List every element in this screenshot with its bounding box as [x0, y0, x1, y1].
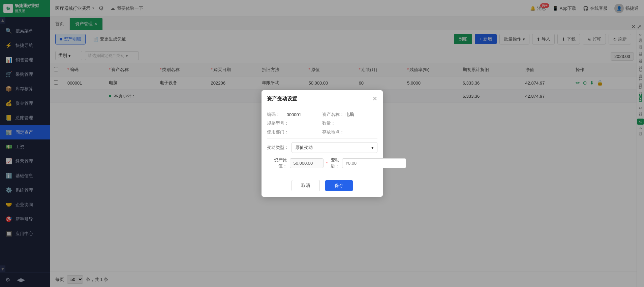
modal-close-icon[interactable]: ✕: [372, 95, 377, 102]
modal-name-value: 电脑: [345, 111, 354, 118]
save-button[interactable]: 保存: [325, 180, 353, 191]
original-value-display: 50,000.00: [290, 158, 324, 168]
modal-footer: 取消 保存: [262, 180, 383, 197]
modal-body: 编码： 000001 资产名称： 电脑 规格型号： 数量： 使用部门：: [262, 106, 383, 180]
modal-code-row: 编码： 000001: [267, 111, 322, 118]
change-type-label: 变动类型：: [267, 145, 289, 151]
after-change-label: 变动后：: [331, 157, 339, 169]
after-change-input[interactable]: [342, 158, 406, 168]
modal-info-grid: 编码： 000001 资产名称： 电脑 规格型号： 数量： 使用部门：: [267, 111, 377, 135]
change-type-row: 变动类型： 原值变动 ▾: [267, 142, 377, 153]
cancel-button[interactable]: 取消: [292, 180, 320, 191]
modal-name-row: 资产名称： 电脑: [322, 111, 377, 118]
modal-header: 资产变动设置 ✕: [262, 90, 383, 106]
change-type-select[interactable]: 原值变动 ▾: [292, 142, 377, 153]
modal-spec-row: 规格型号：: [267, 120, 322, 126]
asset-change-modal: 资产变动设置 ✕ 编码： 000001 资产名称： 电脑 规格型号： 数: [262, 90, 383, 197]
modal-divider: [267, 138, 377, 139]
required-star: *: [326, 161, 328, 166]
modal-location-row: 存放地点：: [322, 129, 377, 135]
chevron-down-icon: ▾: [371, 145, 374, 150]
modal-quantity-row: 数量：: [322, 120, 377, 126]
modal-overlay[interactable]: 资产变动设置 ✕ 编码： 000001 资产名称： 电脑 规格型号： 数: [0, 0, 644, 287]
value-row: 资产原值： 50,000.00 * 变动后：: [267, 157, 377, 169]
original-value-label: 资产原值：: [267, 157, 287, 169]
modal-dept-row: 使用部门：: [267, 129, 322, 135]
modal-code-value: 000001: [287, 112, 301, 117]
modal-title: 资产变动设置: [267, 96, 297, 102]
